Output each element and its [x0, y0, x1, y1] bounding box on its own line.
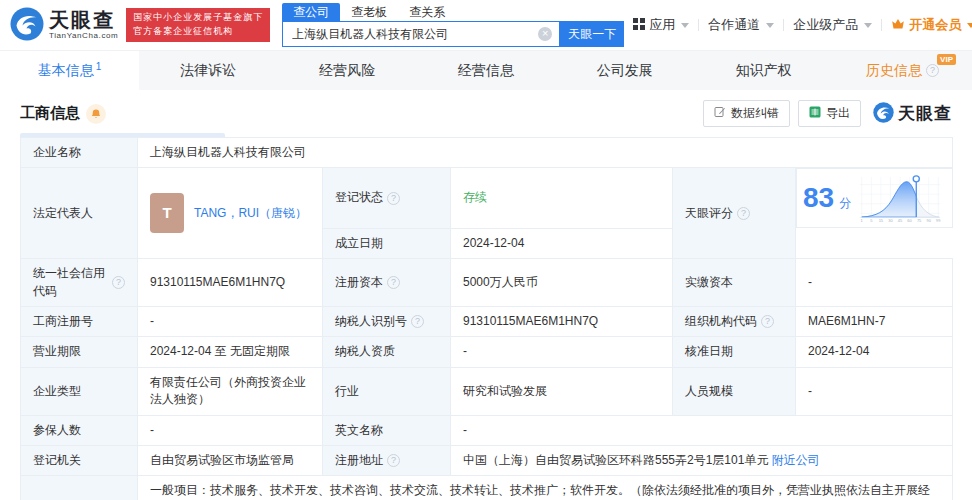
tab-company-development[interactable]: 公司发展	[555, 51, 694, 90]
staff-size-value: -	[796, 367, 953, 415]
chevron-down-icon	[967, 23, 972, 28]
field-label: 英文名称	[323, 415, 451, 445]
reg-number-value: -	[138, 307, 323, 337]
field-label: 成立日期	[323, 228, 451, 258]
data-correction-button[interactable]: 数据纠错	[703, 100, 790, 127]
paid-capital-value: -	[796, 259, 953, 307]
table-row: 企业类型 有限责任公司（外商投资企业法人独资） 行业 研究和试验发展 人员规模 …	[21, 367, 953, 415]
table-row: 企业名称 上海纵目机器人科技有限公司	[21, 138, 953, 168]
brand-domain: TianYanCha.com	[49, 32, 118, 40]
field-label: 纳税人识别号	[323, 307, 451, 337]
field-label: 经营范围	[21, 476, 138, 500]
table-row: 营业期限 2024-12-04 至 无固定期限 纳税人资质 - 核准日期 202…	[21, 337, 953, 367]
tianyan-score-cell[interactable]: 83 分	[796, 168, 953, 228]
menu-item-enterprise-product[interactable]: 企业级产品	[784, 16, 881, 34]
org-code-value: MAE6M1HN-7	[796, 307, 953, 337]
reg-address-cell: 中国（上海）自由贸易试验区环科路555弄2号1层101单元 附近公司	[451, 446, 953, 476]
grid-icon	[633, 18, 645, 33]
help-icon[interactable]	[926, 64, 939, 77]
crown-icon	[891, 18, 905, 33]
svg-text:45: 45	[898, 218, 903, 223]
search-area: 查公司 查老板 查关系 天眼一下	[282, 3, 624, 47]
field-label: 人员规模	[673, 367, 796, 415]
field-label: 组织机构代码	[673, 307, 796, 337]
field-label: 登记状态	[323, 168, 451, 229]
help-icon[interactable]	[761, 315, 774, 328]
business-scope-value: 一般项目：技术服务、技术开发、技术咨询、技术交流、技术转让、技术推广；软件开发。…	[138, 476, 953, 500]
field-label: 统一社会信用代码	[21, 259, 138, 307]
search-button[interactable]: 天眼一下	[560, 21, 624, 47]
field-label: 营业期限	[21, 337, 138, 367]
menu-item-apps[interactable]: 应用	[624, 16, 698, 34]
legal-rep-link[interactable]: TANG，RUI（唐锐）	[194, 205, 307, 222]
search-tab-company[interactable]: 查公司	[282, 3, 340, 21]
score-distribution-chart: 1 5 15 30 45 60 75 90 99	[856, 173, 944, 223]
field-label: 登记机关	[21, 446, 138, 476]
credit-code-value: 91310115MAE6M1HN7Q	[138, 259, 323, 307]
tab-count-badge: 1	[96, 62, 102, 72]
tab-operation-info[interactable]: 经营信息	[417, 51, 556, 90]
field-label: 参保人数	[21, 415, 138, 445]
section-watermark-logo: 天眼查	[873, 102, 952, 126]
field-label: 工商注册号	[21, 307, 138, 337]
tianyancha-logo-icon	[10, 7, 44, 44]
field-label: 法定代表人	[21, 168, 138, 259]
english-name-value: -	[451, 415, 953, 445]
nearby-companies-link[interactable]: 附近公司	[772, 453, 820, 467]
establish-date-value: 2024-12-04	[451, 228, 673, 258]
insured-count-value: -	[138, 415, 323, 445]
svg-text:60: 60	[907, 218, 912, 223]
legal-rep-avatar[interactable]: T	[150, 193, 184, 233]
gov-certification-badge: 国家中小企业发展子基金旗下 官方备案企业征信机构	[126, 8, 270, 42]
section-title: 工商信息	[20, 104, 80, 123]
field-label: 企业名称	[21, 138, 138, 168]
table-row: 登记机关 自由贸易试验区市场监管局 注册地址 中国（上海）自由贸易试验区环科路5…	[21, 446, 953, 476]
svg-text:90: 90	[927, 218, 932, 223]
table-row: 参保人数 - 英文名称 -	[21, 415, 953, 445]
tab-history-info[interactable]: VIP 历史信息	[833, 51, 972, 90]
table-row: 统一社会信用代码 91310115MAE6M1HN7Q 注册资本 5000万人民…	[21, 259, 953, 307]
brand-name: 天眼查	[49, 10, 118, 30]
tianyancha-logo[interactable]: 天眼查 TianYanCha.com	[10, 7, 118, 44]
field-label: 纳税人资质	[323, 337, 451, 367]
section-actions: 数据纠错 导出 天眼查	[695, 100, 952, 127]
subscribe-bell-icon[interactable]	[86, 104, 106, 124]
search-tabs: 查公司 查老板 查关系	[282, 3, 624, 21]
field-label: 实缴资本	[673, 259, 796, 307]
tab-operation-risk[interactable]: 经营风险	[278, 51, 417, 90]
tab-intellectual-property[interactable]: 知识产权	[694, 51, 833, 90]
field-label: 天眼评分	[673, 168, 796, 259]
export-button[interactable]: 导出	[798, 100, 861, 127]
help-icon[interactable]	[411, 315, 424, 328]
search-tab-boss[interactable]: 查老板	[340, 3, 398, 21]
menu-item-vip[interactable]: 开通会员	[882, 16, 972, 34]
help-icon[interactable]	[387, 276, 400, 289]
tab-legal-proceedings[interactable]: 法律诉讼	[139, 51, 278, 90]
legal-rep-cell: T TANG，RUI（唐锐）	[138, 168, 323, 259]
edit-icon	[714, 106, 726, 121]
top-header: 天眼查 TianYanCha.com 国家中小企业发展子基金旗下 官方备案企业征…	[0, 0, 972, 50]
svg-text:15: 15	[879, 218, 884, 223]
help-icon[interactable]	[737, 207, 750, 220]
help-icon[interactable]	[112, 276, 125, 289]
business-term-value: 2024-12-04 至 无固定期限	[138, 337, 323, 367]
table-row: 工商注册号 - 纳税人识别号 91310115MAE6M1HN7Q 组织机构代码…	[21, 307, 953, 337]
company-name-value: 上海纵目机器人科技有限公司	[138, 138, 953, 168]
score-value: 83	[803, 184, 834, 212]
menu-item-channel[interactable]: 合作通道	[699, 16, 783, 34]
clear-icon[interactable]	[538, 27, 552, 41]
help-icon[interactable]	[387, 454, 400, 467]
chevron-down-icon	[766, 23, 774, 28]
search-tab-relation[interactable]: 查关系	[398, 3, 456, 21]
tianyancha-logo-icon	[873, 102, 894, 126]
help-icon[interactable]	[387, 192, 400, 205]
field-label: 行业	[323, 367, 451, 415]
search-input[interactable]	[282, 21, 560, 47]
tab-basic-info[interactable]: 基本信息1	[0, 51, 139, 90]
field-label: 核准日期	[673, 337, 796, 367]
svg-text:99: 99	[936, 218, 941, 223]
taxpayer-quality-value: -	[451, 337, 673, 367]
reg-authority-value: 自由贸易试验区市场监管局	[138, 446, 323, 476]
score-unit: 分	[839, 195, 851, 212]
chevron-down-icon	[681, 23, 689, 28]
